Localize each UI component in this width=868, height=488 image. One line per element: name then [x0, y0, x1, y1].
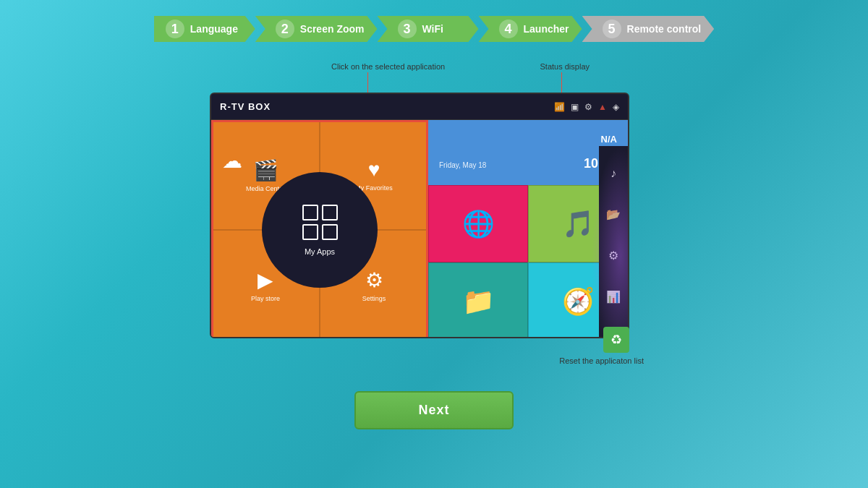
annotation-right-line: [561, 72, 562, 93]
step-2[interactable]: 2 Screen Zoom: [255, 16, 378, 42]
right-tiles-section: ☁ N/A N/A Friday, May 18 10:03 🌐: [428, 120, 628, 338]
my-apps-circle[interactable]: My Apps: [262, 172, 378, 288]
top-annotations: Click on the selected application Status…: [210, 56, 658, 93]
annotation-left-label: Click on the selected application: [331, 62, 445, 71]
grid-sq-4: [322, 224, 338, 240]
tv-grid: 🎬 Media Center ♥ My Favorites ▶ Play sto…: [211, 120, 628, 338]
gear-sidebar-icon: ⚙: [608, 249, 618, 262]
step-1[interactable]: 1 Language: [154, 16, 255, 42]
my-apps-label: My Apps: [305, 247, 335, 256]
step-2-label: Screen Zoom: [300, 23, 365, 35]
folder-sidebar-icon: 📂: [606, 207, 621, 221]
music-icon: 🎵: [562, 209, 595, 239]
step-4[interactable]: 4 Launcher: [479, 16, 582, 42]
chart-sidebar-icon: 📊: [606, 290, 621, 304]
tv-mockup: R-TV BOX 📶 ▣ ⚙ ▲ ◈ 🎬 Medi: [210, 93, 658, 353]
ie-tile[interactable]: 🌐: [428, 185, 528, 262]
step-4-num: 4: [499, 20, 518, 38]
weather-na1: N/A: [439, 134, 617, 145]
right-sidebar: ♪ 📂 ⚙ 📊 ▶: [599, 146, 628, 338]
settings-icon: ⚙: [584, 102, 592, 112]
left-apps-section: 🎬 Media Center ♥ My Favorites ▶ Play sto…: [211, 120, 428, 338]
grid-sq-2: [322, 205, 338, 221]
step-2-num: 2: [276, 20, 294, 38]
folder-tile[interactable]: 📁: [428, 262, 528, 338]
play-store-label: Play store: [251, 295, 280, 302]
wizard-steps: 1 Language 2 Screen Zoom 3 WiFi 4 Launch…: [0, 0, 868, 49]
annotation-bottom-right: Reset the applicaton list: [559, 356, 644, 365]
tv-topbar: R-TV BOX 📶 ▣ ⚙ ▲ ◈: [211, 94, 628, 120]
next-button-container: Next: [354, 391, 514, 429]
cloud-icon: ☁: [222, 149, 242, 173]
settings-label: Settings: [362, 295, 386, 302]
step-4-label: Launcher: [524, 23, 569, 35]
grid-sq-1: [302, 205, 318, 221]
step-3-num: 3: [398, 20, 417, 38]
upload-icon: ▲: [598, 102, 607, 112]
step-5-label: Remote control: [627, 23, 702, 35]
annotation-left-line: [367, 72, 368, 93]
main-content: Click on the selected application Status…: [0, 56, 868, 429]
grid-sq-3: [302, 224, 318, 240]
folder-icon: 📁: [462, 286, 495, 317]
step-5-num: 5: [603, 20, 621, 38]
weather-row: Friday, May 18 10:03: [439, 156, 617, 171]
next-button[interactable]: Next: [354, 391, 514, 429]
my-favorites-icon: ♥: [368, 158, 380, 181]
step-1-num: 1: [166, 20, 184, 38]
settings-gear-icon: ⚙: [365, 268, 383, 292]
apps-grid-icon: [302, 205, 338, 240]
tv-status-icons: 📶 ▣ ⚙ ▲ ◈: [554, 102, 619, 112]
weather-date: Friday, May 18: [439, 161, 486, 169]
step-1-label: Language: [190, 23, 238, 35]
step-5[interactable]: 5 Remote control: [582, 16, 715, 42]
weather-na2: N/A: [439, 147, 617, 156]
annotation-right-label: Status display: [540, 62, 590, 71]
tv-screen: R-TV BOX 📶 ▣ ⚙ ▲ ◈ 🎬 Medi: [210, 93, 629, 338]
bottom-annotations: Reset the applicaton list: [210, 353, 658, 378]
wifi-icon: 📶: [554, 102, 565, 112]
step-3[interactable]: 3 WiFi: [378, 16, 479, 42]
tv-logo: R-TV BOX: [220, 101, 271, 112]
media-center-icon: 🎬: [253, 158, 278, 182]
music-sidebar-icon: ♪: [610, 167, 616, 180]
reset-icon: ♻: [610, 332, 622, 348]
bluetooth-icon: ◈: [613, 102, 619, 112]
screen-icon: ▣: [571, 102, 579, 112]
compass-icon: 🧭: [562, 286, 595, 317]
ie-icon: 🌐: [462, 209, 495, 239]
reset-button[interactable]: ♻: [603, 327, 629, 353]
weather-info: N/A N/A Friday, May 18 10:03: [439, 134, 617, 171]
step-3-label: WiFi: [422, 23, 443, 35]
weather-tile: ☁ N/A N/A Friday, May 18 10:03: [428, 120, 628, 185]
play-store-icon: ▶: [258, 268, 273, 292]
